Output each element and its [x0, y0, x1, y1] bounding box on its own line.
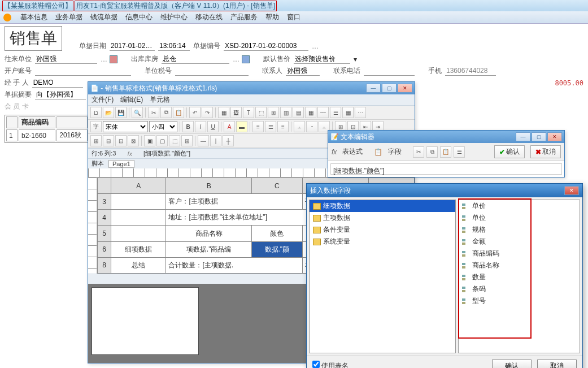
te-maximize-button[interactable]: ▢ [532, 132, 546, 141]
input-doc-no[interactable] [224, 41, 308, 51]
merge-icon[interactable]: ⬚ [255, 107, 267, 118]
font-size-select[interactable]: 小四 [149, 121, 177, 132]
tab-script[interactable]: 脚本 [92, 159, 104, 168]
b10-icon[interactable]: | [210, 135, 221, 146]
cell-detail[interactable]: 细项数据 [111, 241, 166, 257]
open-icon[interactable]: 📂 [103, 107, 114, 118]
input-handler[interactable] [32, 78, 83, 88]
cell-code[interactable]: b2-1660 [19, 129, 55, 141]
rows-icon[interactable]: ▤ [293, 107, 304, 118]
te-minimize-button[interactable]: — [516, 132, 530, 141]
menu-basic-info[interactable]: 基本信息 [20, 12, 47, 22]
defprice-dropdown-icon[interactable]: ▾ [354, 55, 357, 63]
dlg-close-button[interactable]: ✕ [564, 186, 579, 195]
b9-icon[interactable]: — [198, 135, 209, 146]
color-icon[interactable]: A [224, 121, 235, 132]
input-tel[interactable] [364, 66, 415, 76]
tree-item-sys[interactable]: 系统变量 [310, 236, 455, 248]
cut-icon[interactable]: ✂ [148, 107, 159, 118]
valign-mid-icon[interactable]: ⁃ [306, 121, 317, 132]
input-doc-time[interactable] [158, 41, 190, 51]
use-table-name-checkbox[interactable]: 使用表名 [312, 361, 349, 368]
row-6[interactable]: 6 [98, 241, 111, 257]
field-amount[interactable]: 金额 [459, 236, 580, 248]
menu-mobile[interactable]: 移动在线 [195, 12, 223, 22]
party-picker-icon[interactable]: … [101, 55, 106, 63]
misc-icon[interactable]: ⋯ [355, 107, 366, 118]
align-left-icon[interactable]: ≡ [252, 121, 264, 132]
te-close-button[interactable]: ✕ [547, 132, 562, 141]
underline-icon[interactable]: U [207, 121, 219, 132]
align-right-icon[interactable]: ≡ [277, 121, 289, 132]
menu-edit[interactable]: 编辑(E) [120, 95, 143, 105]
cell-summary[interactable]: 总结 [111, 257, 166, 273]
new-icon[interactable]: 🗋 [90, 107, 102, 118]
te-copy-icon[interactable]: ⧉ [426, 146, 438, 158]
input-warehouse[interactable] [162, 54, 229, 64]
italic-icon[interactable]: I [195, 121, 206, 132]
field-prodname[interactable]: 商品名称 [459, 259, 580, 271]
menu-business[interactable]: 业务单据 [55, 12, 82, 22]
align-center-icon[interactable]: ☰ [265, 121, 276, 132]
row-5[interactable]: 5 [98, 226, 111, 241]
input-doc-date[interactable] [110, 41, 155, 51]
menu-window[interactable]: 窗口 [287, 12, 300, 22]
field-barcode[interactable]: 条码 [459, 283, 580, 295]
font-name-select[interactable]: 宋体 [103, 121, 148, 132]
sales-line-grid[interactable]: 商品编码 1 b2-1660 2016秋 [5, 115, 89, 143]
col-C[interactable]: C [251, 178, 302, 194]
cell-totalqty[interactable]: 合计数量：[主项数据. [166, 257, 302, 273]
input-taxno[interactable] [175, 66, 249, 76]
b5-icon[interactable]: ▣ [144, 135, 155, 146]
field-qty[interactable]: 数量 [459, 271, 580, 283]
input-contact[interactable] [286, 66, 320, 76]
input-account[interactable] [35, 66, 131, 76]
redo-icon[interactable]: ↷ [202, 107, 213, 118]
field-model[interactable]: 型号 [459, 295, 580, 307]
tree-item-detail[interactable]: 细项数据 [310, 200, 455, 212]
b6-icon[interactable]: ▢ [156, 135, 168, 146]
b2-icon[interactable]: ⊟ [103, 135, 114, 146]
b1-icon[interactable]: ⊞ [90, 135, 102, 146]
align-icon[interactable]: ☰ [330, 107, 341, 118]
menu-cell[interactable]: 单元格 [150, 95, 170, 105]
designer-titlebar[interactable]: 📄 - 销售单标准格式(销售单标准格式1.rls) — ▢ ✕ [88, 82, 415, 94]
b8-icon[interactable]: ⊞ [181, 135, 193, 146]
ok-button[interactable]: ✔确认 [494, 145, 525, 158]
texteditor-content[interactable]: [细项数据."颜色"] [330, 163, 562, 175]
input-summary[interactable] [35, 90, 86, 99]
row-8[interactable]: 8 [98, 257, 111, 273]
table-icon[interactable]: ▦ [305, 107, 316, 118]
cell-name[interactable]: 2016秋 [56, 129, 88, 141]
input-party[interactable] [35, 54, 97, 64]
col-A[interactable]: A [111, 178, 166, 194]
row-4[interactable]: 4 [98, 210, 111, 226]
menu-maintain[interactable]: 维护中心 [160, 12, 188, 22]
tree-item-master[interactable]: 主项数据 [310, 212, 455, 224]
te-cut-icon[interactable]: ✂ [413, 146, 424, 158]
image-icon[interactable]: 🖼 [230, 107, 242, 118]
tree-pane[interactable]: 细项数据 主项数据 条件变量 系统变量 [309, 200, 456, 353]
cols-icon[interactable]: ▥ [280, 107, 291, 118]
chart-icon[interactable]: ▦ [218, 107, 229, 118]
docno-picker-icon[interactable]: … [312, 42, 317, 50]
field-spec[interactable]: 规格 [459, 224, 580, 236]
warehouse-detail-icon[interactable] [242, 55, 250, 63]
field-list[interactable]: 单价 单位 规格 金额 商品编码 商品名称 数量 条码 型号 [458, 200, 580, 353]
text-icon[interactable]: T [243, 107, 254, 118]
font-tool-icon[interactable]: 字 [90, 121, 102, 132]
col-B[interactable]: B [166, 178, 251, 194]
maximize-button[interactable]: ▢ [382, 84, 397, 93]
te-paste-icon[interactable]: 📋 [440, 146, 451, 158]
grid-icon[interactable]: ▦ [342, 107, 354, 118]
spark-icon[interactable]: 〰 [317, 107, 329, 118]
field-price[interactable]: 单价 [459, 200, 580, 212]
field-unit[interactable]: 单位 [459, 212, 580, 224]
field-prodcode[interactable]: 商品编码 [459, 248, 580, 259]
warehouse-picker-icon[interactable]: … [233, 55, 238, 63]
party-detail-icon[interactable] [110, 55, 117, 63]
b3-icon[interactable]: ⊡ [115, 135, 127, 146]
valign-top-icon[interactable]: ⫠ [294, 121, 305, 132]
menu-product[interactable]: 产品服务 [230, 12, 258, 22]
tree-item-cond[interactable]: 条件变量 [310, 224, 455, 236]
